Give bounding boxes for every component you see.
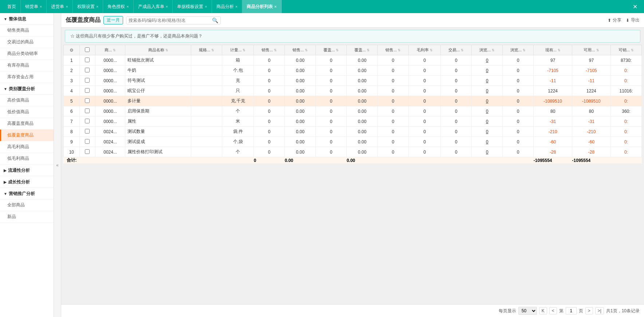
sidebar-section-coverage[interactable]: ▼ 类别覆盖分析 [0, 83, 54, 95]
next-page-button[interactable]: > [585, 307, 593, 314]
row-browse1[interactable]: 0 [472, 106, 503, 116]
row-checkbox-input[interactable] [85, 119, 90, 123]
row-checkbox[interactable] [79, 106, 95, 116]
row-checkbox-input[interactable] [85, 149, 90, 154]
nav-role-auth[interactable]: 角色授权 × [103, 0, 133, 13]
row-checkbox-input[interactable] [85, 68, 90, 72]
sidebar-collapse-button[interactable]: « [54, 13, 61, 317]
row-checkbox-input[interactable] [85, 88, 90, 93]
share-button[interactable]: ⬆ 分享 [608, 17, 621, 23]
col-trade[interactable]: 交易... ⇅ [441, 45, 472, 55]
nav-close-icon[interactable]: × [235, 4, 237, 9]
row-checkbox-input[interactable] [85, 129, 90, 134]
sidebar-section-overall[interactable]: ▼ 整体信息 [0, 13, 54, 25]
col-saleable[interactable]: 可销... ⇅ [610, 45, 641, 55]
settings-icon[interactable]: ⚙ [70, 48, 74, 53]
sidebar-item-high-coverage[interactable]: 高覆盖度商品 [0, 118, 54, 130]
page-number-input[interactable] [566, 307, 577, 314]
browse-link[interactable]: 0 [486, 150, 488, 155]
sidebar-item-low-value[interactable]: 低价值商品 [0, 106, 54, 118]
last-page-button[interactable]: >| [595, 307, 604, 314]
col-code[interactable]: 商... ⇅ [95, 45, 125, 55]
nav-close-icon[interactable]: × [166, 4, 168, 9]
col-available-stock[interactable]: 可用... ⇅ [572, 45, 611, 55]
row-checkbox-input[interactable] [85, 139, 90, 144]
col-browse2[interactable]: 浏览... ⇅ [503, 45, 534, 55]
sidebar-section-marketing[interactable]: ▼ 营销推广分析 [0, 188, 54, 199]
nav-product-analysis[interactable]: 商品分析 × [212, 0, 242, 13]
row-checkbox-input[interactable] [85, 98, 90, 103]
nav-close-icon[interactable]: × [96, 4, 98, 9]
nav-home[interactable]: 首页 [3, 0, 21, 13]
sidebar-item-low-margin[interactable]: 低毛利商品 [0, 153, 54, 165]
row-browse1[interactable]: 0 [472, 137, 503, 147]
browse-link[interactable]: 0 [486, 88, 488, 94]
nav-sales-order[interactable]: 销货单 × [21, 0, 47, 13]
row-checkbox-input[interactable] [85, 58, 90, 62]
row-browse1[interactable]: 0 [472, 96, 503, 106]
row-browse1[interactable]: 0 [472, 147, 503, 157]
sidebar-item-all-goods[interactable]: 全部商品 [0, 199, 54, 211]
period-button[interactable]: 近一月 [103, 16, 123, 24]
select-all-checkbox[interactable] [85, 47, 90, 52]
row-checkbox[interactable] [79, 66, 95, 76]
col-coverage1[interactable]: 覆盖... ⇅ [316, 45, 347, 55]
row-checkbox-input[interactable] [85, 108, 90, 113]
row-checkbox[interactable] [79, 147, 95, 157]
row-browse1[interactable]: 0 [472, 66, 503, 76]
browse-link[interactable]: 0 [486, 99, 488, 104]
nav-close-icon[interactable]: × [205, 4, 207, 9]
row-browse1[interactable]: 0 [472, 55, 503, 66]
row-checkbox[interactable] [79, 55, 95, 66]
browse-link[interactable]: 0 [486, 129, 488, 134]
col-coverage2[interactable]: 覆盖... ⇅ [347, 45, 378, 55]
sidebar-item-sales-goods[interactable]: 销售类商品 [0, 25, 54, 36]
sidebar-item-low-coverage[interactable]: 低覆盖度商品 [0, 130, 54, 141]
sidebar-section-liquidity[interactable]: ▶ 流通性分析 [0, 165, 54, 176]
row-checkbox-input[interactable] [85, 78, 90, 83]
browse-link[interactable]: 0 [486, 78, 488, 83]
col-current-stock[interactable]: 现有... ⇅ [534, 45, 572, 55]
col-browse1[interactable]: 浏览... ⇅ [472, 45, 503, 55]
col-name[interactable]: 商品名称 ⇅ [125, 45, 191, 55]
row-checkbox[interactable] [79, 76, 95, 86]
col-unit[interactable]: 计量... ⇅ [222, 45, 254, 55]
sidebar-item-new-goods[interactable]: 新品 [0, 211, 54, 223]
row-browse1[interactable]: 0 [472, 86, 503, 96]
nav-template-settings[interactable]: 单据模板设置 × [173, 0, 212, 13]
row-checkbox[interactable] [79, 86, 95, 96]
nav-close-icon[interactable]: × [40, 4, 42, 9]
col-settings[interactable]: ⚙ [64, 45, 80, 55]
browse-link[interactable]: 0 [486, 68, 488, 73]
row-checkbox[interactable] [79, 127, 95, 137]
nav-close-icon[interactable]: × [66, 4, 68, 9]
first-page-button[interactable]: K [539, 307, 547, 314]
sidebar-item-high-margin[interactable]: 高毛利商品 [0, 141, 54, 153]
sidebar-item-high-value[interactable]: 高价值商品 [0, 95, 54, 106]
page-size-select[interactable]: 50 20 100 [518, 307, 537, 315]
col-sales3[interactable]: 销售... ⇅ [378, 45, 409, 55]
sidebar-item-category-rate[interactable]: 商品分类动销率 [0, 48, 54, 60]
window-close-button[interactable]: ✕ [629, 3, 641, 10]
search-input[interactable] [129, 18, 212, 23]
col-spec[interactable]: 规格... ⇅ [191, 45, 222, 55]
browse-link[interactable]: 0 [486, 109, 488, 114]
col-sales-qty[interactable]: 销售... ⇅ [254, 45, 285, 55]
sidebar-item-in-stock[interactable]: 有库存商品 [0, 60, 54, 71]
browse-link[interactable]: 0 [486, 139, 488, 144]
row-checkbox[interactable] [79, 116, 95, 127]
row-checkbox[interactable] [79, 137, 95, 147]
nav-finished-goods[interactable]: 产成品入库单 × [134, 0, 173, 13]
nav-purchase-order[interactable]: 进货单 × [47, 0, 72, 13]
sidebar-item-stock-capital[interactable]: 库存资金占用 [0, 71, 54, 83]
row-browse1[interactable]: 0 [472, 116, 503, 127]
nav-close-icon[interactable]: × [274, 4, 276, 9]
nav-close-icon[interactable]: × [126, 4, 129, 9]
prev-page-button[interactable]: < [549, 307, 557, 314]
col-sales-amt[interactable]: 销售... ⇅ [285, 45, 316, 55]
row-browse1[interactable]: 0 [472, 127, 503, 137]
row-checkbox[interactable] [79, 96, 95, 106]
row-browse1[interactable]: 0 [472, 76, 503, 86]
browse-link[interactable]: 0 [486, 58, 488, 63]
export-button[interactable]: ⬇ 导出 [626, 17, 640, 23]
